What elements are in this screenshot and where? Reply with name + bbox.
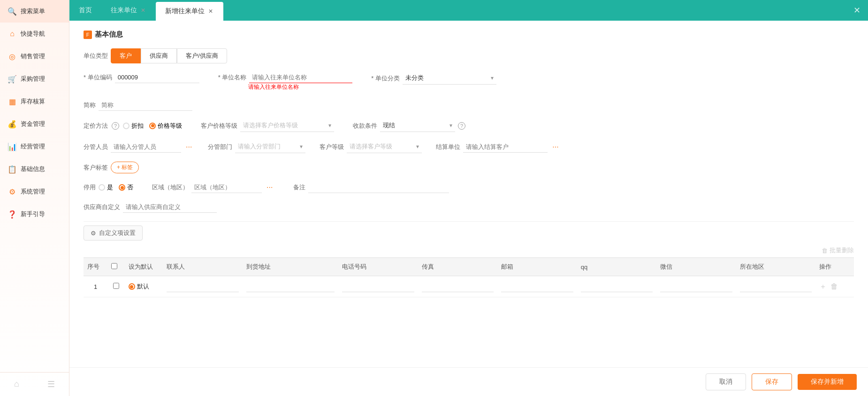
sidebar-item-quick-nav[interactable]: ⌂ 快捷导航 (0, 23, 69, 45)
sales-icon: ◎ (8, 52, 17, 61)
tab-new-partner-label: 新增往来单位 (165, 7, 205, 16)
cancel-button[interactable]: 取消 (706, 373, 746, 390)
sidebar-home-icon: ⌂ (14, 379, 19, 389)
sidebar-bottom: ⌂ ☰ (0, 372, 69, 396)
main-area: 首页 往来单位 ✕ 新增往来单位 ✕ ✕ F 基本信息 单位类型 (69, 0, 868, 396)
row-phone-input[interactable] (342, 281, 414, 292)
manager-label: 分管人员 (84, 143, 108, 151)
type-btn-customer[interactable]: 客户 (111, 48, 141, 63)
sidebar-item-finance[interactable]: 💰 资金管理 (0, 113, 69, 135)
sidebar-item-sales[interactable]: ◎ 销售管理 (0, 45, 69, 68)
dept-select[interactable]: 请输入分管部门 ▾ (235, 140, 305, 153)
tab-bar: 首页 往来单位 ✕ 新增往来单位 ✕ ✕ (69, 0, 868, 21)
tab-new-partner[interactable]: 新增往来单位 ✕ (156, 2, 223, 21)
region-ellipsis-icon[interactable]: ··· (265, 183, 274, 192)
payment-select[interactable]: 现结 ▾ (380, 119, 455, 132)
row-checkbox[interactable] (113, 283, 119, 289)
supplier-custom-label: 供应商自定义 (84, 203, 120, 211)
payment-help-icon[interactable]: ? (458, 122, 465, 130)
sidebar: 🔍 搜索菜单 ⌂ 快捷导航 ◎ 销售管理 🛒 采购管理 ▦ 库存核算 💰 资金管… (0, 0, 69, 396)
code-input[interactable] (115, 72, 199, 83)
sidebar-home-btn[interactable]: ⌂ (11, 376, 22, 392)
pricing-radio-price-level[interactable]: 价格等级 (149, 122, 182, 130)
col-header-email: 邮箱 (497, 258, 577, 276)
row-default-radio[interactable]: 默认 (129, 282, 160, 291)
manager-ellipsis-icon[interactable]: ··· (184, 143, 194, 151)
search-icon: 🔍 (8, 7, 17, 16)
disable-no-radio[interactable]: 否 (119, 183, 133, 192)
short-name-input[interactable] (99, 100, 192, 111)
disable-yes-radio[interactable]: 是 (99, 183, 113, 192)
customer-level-placeholder: 请选择客户等级 (350, 142, 392, 151)
row-add-icon[interactable]: ＋ (819, 282, 827, 292)
custom-settings-button[interactable]: ⚙ 自定义项设置 (84, 225, 143, 241)
row-email-input[interactable] (501, 281, 573, 292)
section-divider (84, 221, 854, 222)
tab-home-label: 首页 (79, 6, 92, 15)
sidebar-search-label: 搜索菜单 (21, 7, 45, 16)
sidebar-menu-icon: ☰ (47, 379, 55, 389)
sidebar-item-basic-info[interactable]: 📋 基础信息 (0, 158, 69, 180)
save-new-button[interactable]: 保存并新增 (798, 374, 857, 390)
pricing-help-icon[interactable]: ? (112, 122, 119, 130)
remark-input[interactable] (308, 182, 449, 193)
sidebar-item-guide[interactable]: ❓ 新手引导 (0, 203, 69, 225)
discount-label: 折扣 (131, 122, 144, 130)
settle-unit-input[interactable] (463, 141, 548, 153)
code-name-row: * 单位编码 * 单位名称 请输入往来单位名称 * 单位分类 未分类 (84, 72, 854, 91)
tab-partners[interactable]: 往来单位 ✕ (101, 0, 156, 21)
row-fax-cell (418, 276, 498, 297)
save-button[interactable]: 保存 (752, 373, 792, 390)
sidebar-item-inventory[interactable]: ▦ 库存核算 (0, 90, 69, 113)
row-checkbox-cell (107, 276, 125, 297)
remark-field: 备注 (293, 182, 449, 193)
row-delete-icon[interactable]: 🗑 (830, 282, 838, 291)
row-contact-input[interactable] (167, 281, 239, 292)
col-header-phone: 电话号码 (338, 258, 418, 276)
batch-delete-button[interactable]: 🗑 批量删除 (822, 246, 854, 255)
trash-icon: 🗑 (822, 247, 828, 254)
type-btn-both[interactable]: 客户/供应商 (177, 48, 227, 63)
tab-new-partner-close[interactable]: ✕ (207, 7, 214, 16)
sidebar-search[interactable]: 🔍 搜索菜单 (0, 0, 69, 23)
settle-unit-field: 结算单位 ··· (436, 141, 560, 153)
unit-type-row: 单位类型 客户 供应商 客户/供应商 (84, 48, 854, 63)
settle-unit-ellipsis-icon[interactable]: ··· (550, 143, 560, 151)
col-header-default: 设为默认 (125, 258, 163, 276)
sidebar-item-guide-label: 新手引导 (21, 210, 45, 218)
row-wechat-input[interactable] (660, 281, 732, 292)
row-qq-input[interactable] (581, 281, 653, 292)
select-all-checkbox[interactable] (111, 263, 117, 269)
row-region-input[interactable] (740, 281, 812, 292)
col-header-qq: qq (577, 258, 657, 276)
region-input[interactable] (191, 182, 262, 193)
supplier-custom-input[interactable] (123, 202, 217, 213)
type-btn-supplier[interactable]: 供应商 (141, 48, 177, 63)
tab-home[interactable]: 首页 (69, 0, 101, 21)
window-close-icon[interactable]: ✕ (853, 5, 860, 16)
supplier-custom-field: 供应商自定义 (84, 202, 217, 213)
sidebar-menu-btn[interactable]: ☰ (45, 376, 58, 392)
customer-price-select[interactable]: 请选择客户价格等级 ▾ (240, 119, 334, 132)
sidebar-item-basic-info-label: 基础信息 (21, 165, 45, 173)
pricing-radio-discount[interactable]: 折扣 (123, 122, 144, 130)
sidebar-item-inventory-label: 库存核算 (21, 97, 45, 106)
add-tag-button[interactable]: + 标签 (111, 162, 139, 173)
sidebar-item-operations[interactable]: 📊 经营管理 (0, 135, 69, 158)
guide-icon: ❓ (8, 210, 17, 219)
category-select[interactable]: 未分类 ▾ (403, 72, 496, 85)
row-fax-input[interactable] (422, 281, 494, 292)
row-address-input[interactable] (246, 281, 335, 292)
sidebar-item-system[interactable]: ⚙ 系统管理 (0, 180, 69, 203)
name-error-msg: 请输入往来单位名称 (248, 83, 299, 91)
customer-level-select[interactable]: 请选择客户等级 ▾ (347, 140, 422, 153)
short-name-label: 简称 (84, 101, 96, 109)
category-value: 未分类 (405, 74, 424, 82)
tab-partners-close[interactable]: ✕ (140, 6, 146, 15)
sidebar-item-purchase[interactable]: 🛒 采购管理 (0, 68, 69, 90)
manager-input[interactable] (111, 141, 181, 153)
unit-type-btn-group: 客户 供应商 客户/供应商 (111, 48, 227, 63)
tag-label: 客户标签 (84, 163, 108, 172)
col-header-fax: 传真 (418, 258, 498, 276)
name-input[interactable] (249, 72, 352, 83)
